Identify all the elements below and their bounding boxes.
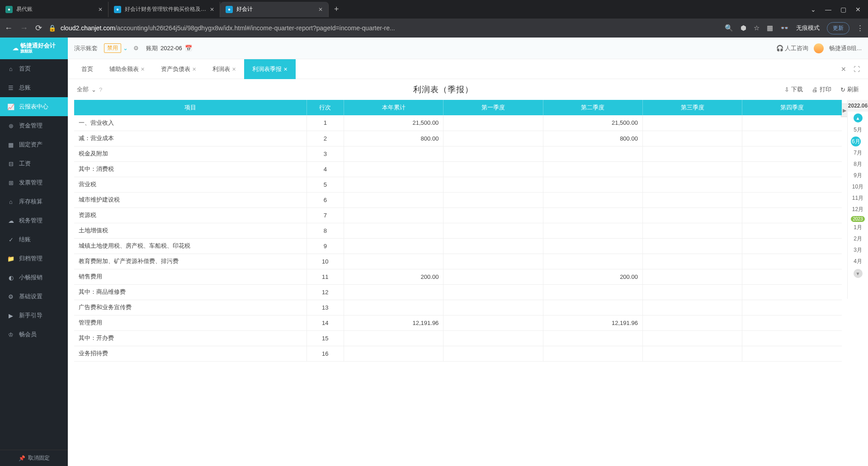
extensions-puzzle-icon[interactable]: ▦ (767, 24, 773, 32)
reload-icon[interactable]: ⟳ (35, 23, 42, 33)
browser-tab[interactable]: ●易代账✕ (0, 2, 108, 17)
close-tab-icon[interactable]: ✕ (98, 6, 103, 13)
browser-tab-bar: ●易代账✕●好会计财务管理软件购买价格及…✕●好会计✕ + ⌄ — ▢ ✕ (0, 0, 868, 19)
browser-tab[interactable]: ●好会计财务管理软件购买价格及…✕ (108, 2, 220, 17)
extension-icon[interactable]: ⬢ (741, 24, 746, 32)
period-label: 账期 (146, 44, 158, 52)
user-name[interactable]: 畅捷通B组... (829, 44, 862, 52)
period-value[interactable]: 2022-06 (160, 45, 182, 52)
calendar-icon[interactable]: 📅 (185, 45, 192, 52)
logo-icon: ☁ (13, 45, 19, 52)
avatar[interactable] (814, 43, 824, 53)
gear-icon[interactable]: ⚙ (133, 45, 139, 52)
lock-icon: 🔒 (48, 24, 56, 32)
chevron-down-icon[interactable]: ⌄ (123, 45, 128, 52)
close-tab-icon[interactable]: ✕ (318, 6, 323, 13)
update-button[interactable]: 更新 (827, 22, 849, 34)
search-in-page-icon[interactable]: 🔍 (725, 24, 733, 32)
close-window-icon[interactable]: ✕ (855, 6, 861, 13)
browser-tab[interactable]: ●好会计✕ (220, 2, 329, 17)
menu-dots-icon[interactable]: ⋮ (857, 24, 863, 32)
forward-icon[interactable]: → (20, 24, 28, 33)
minimize-icon[interactable]: — (825, 6, 831, 13)
close-tab-icon[interactable]: ✕ (210, 6, 214, 13)
logo-subtext: 旗舰版 (20, 49, 56, 54)
back-icon[interactable]: ← (5, 24, 13, 33)
incognito-icon: 👓 (780, 24, 789, 32)
window-controls: ⌄ — ▢ ✕ (811, 6, 868, 13)
chevron-down-icon[interactable]: ⌄ (811, 6, 816, 13)
logo-text: 畅捷通好会计 (20, 42, 56, 49)
incognito-label: 无痕模式 (796, 24, 820, 32)
maximize-icon[interactable]: ▢ (840, 6, 846, 13)
disable-tag[interactable]: 禁用 (104, 43, 121, 53)
logo[interactable]: ☁ 畅捷通好会计 旗舰版 (0, 38, 68, 59)
url-bar[interactable]: 🔒 cloud2.chanjet.com/accounting/uh26t264… (48, 24, 718, 32)
app-header: ☁ 畅捷通好会计 旗舰版 演示账套 禁用 ⌄ ⚙ 账期 2022-06 📅 🎧 … (0, 38, 868, 59)
account-set-selector[interactable]: 演示账套 (68, 44, 104, 52)
browser-nav-bar: ← → ⟳ 🔒 cloud2.chanjet.com/accounting/uh… (0, 19, 868, 38)
bookmark-star-icon[interactable]: ☆ (754, 24, 760, 32)
new-tab-button[interactable]: + (329, 5, 344, 14)
support-link[interactable]: 🎧 人工咨询 (776, 44, 809, 52)
